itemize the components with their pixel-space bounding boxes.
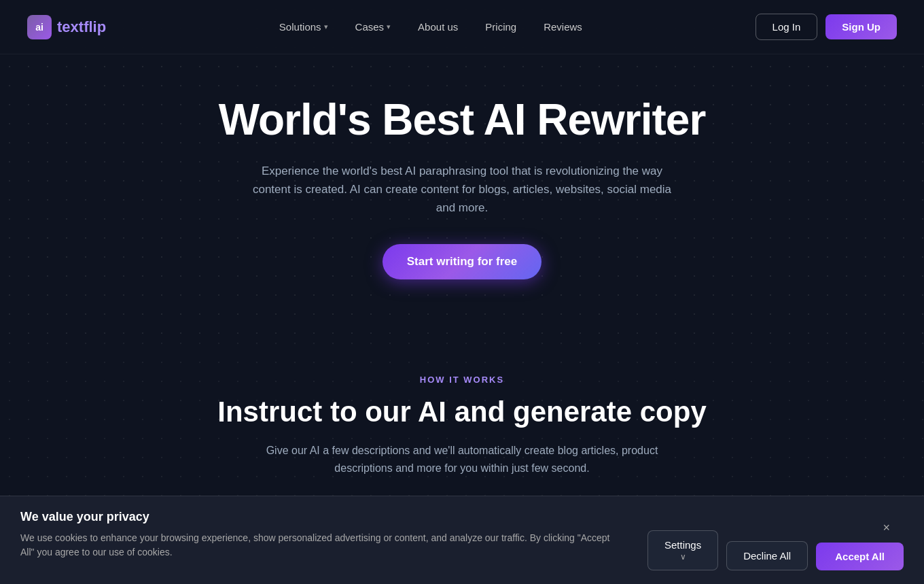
navbar: ai textflip Solutions ▾ Cases ▾ About us…	[0, 0, 924, 54]
nav-about[interactable]: About us	[407, 16, 469, 38]
cookie-body-text: We use cookies to enhance your browsing …	[20, 531, 618, 560]
logo[interactable]: ai textflip	[27, 15, 106, 39]
cookie-accept-button[interactable]: Accept All	[816, 543, 904, 570]
section-badge: HOW IT WORKS	[27, 375, 897, 385]
cookie-title: We value your privacy	[20, 510, 627, 524]
start-writing-button[interactable]: Start writing for free	[383, 244, 541, 279]
cookie-settings-button[interactable]: Settings ∨	[647, 530, 718, 570]
chevron-down-icon: ∨	[680, 552, 686, 562]
section-title: Instruct to our AI and generate copy	[27, 396, 897, 428]
chevron-down-icon: ▾	[387, 22, 391, 31]
nav-pricing[interactable]: Pricing	[474, 16, 527, 38]
hero-content: World's Best AI Rewriter Experience the …	[0, 54, 924, 334]
nav-auth: Log In Sign Up	[756, 14, 897, 40]
nav-links: Solutions ▾ Cases ▾ About us Pricing Rev…	[268, 16, 593, 38]
cookie-actions: Settings ∨ Decline All Accept All	[647, 510, 904, 570]
chevron-down-icon: ▾	[324, 22, 328, 31]
hero-title: World's Best AI Rewriter	[219, 95, 706, 145]
logo-text: textflip	[57, 18, 106, 36]
nav-solutions[interactable]: Solutions ▾	[268, 16, 339, 38]
logo-icon: ai	[27, 15, 52, 39]
login-button[interactable]: Log In	[756, 14, 818, 40]
section-description: Give our AI a few descriptions and we'll…	[245, 442, 679, 477]
hero-subtitle: Experience the world's best AI paraphras…	[251, 162, 673, 218]
cookie-close-button[interactable]: ×	[883, 521, 890, 535]
nav-cases[interactable]: Cases ▾	[344, 16, 402, 38]
nav-reviews[interactable]: Reviews	[533, 16, 593, 38]
cookie-banner: We value your privacy We use cookies to …	[0, 496, 924, 584]
cookie-text-area: We value your privacy We use cookies to …	[20, 510, 627, 560]
cookie-decline-button[interactable]: Decline All	[726, 541, 808, 570]
signup-button[interactable]: Sign Up	[825, 14, 897, 39]
